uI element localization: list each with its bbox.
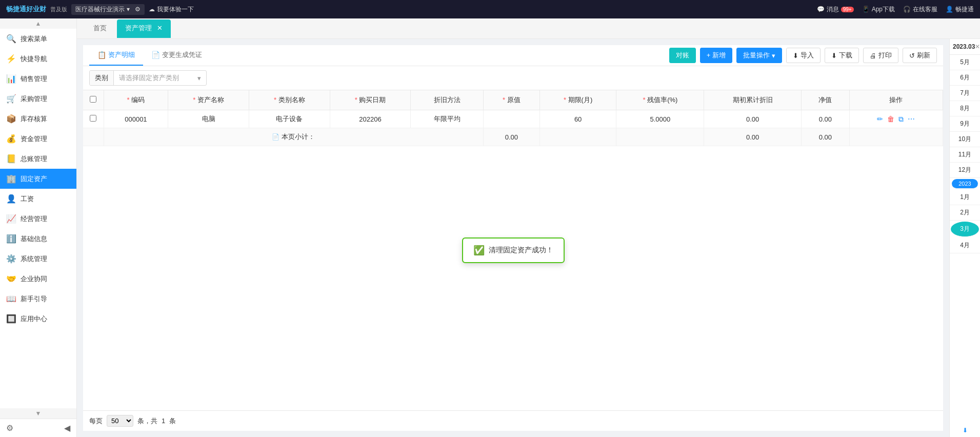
assets-table: * 编码 * 资产名称 * 类别名称 * 购买日期 折旧方法 * 原值 * 期限… [83,90,943,146]
cell-net-value: 0.00 [801,110,849,128]
print-btn[interactable]: 🖨 打印 [863,48,898,63]
month-3[interactable]: 3月 [951,222,979,237]
download-btn[interactable]: ⬇ 下载 [825,48,859,63]
avatar: 👤 [946,6,953,13]
month-1[interactable]: 1月 [950,190,980,205]
export-btn[interactable]: ⬇ 导入 [786,48,821,63]
sidebar-label-ledger: 总账管理 [21,154,47,164]
purchase-icon: 🛒 [6,94,16,104]
sidebar-label-basic-info: 基础信息 [21,234,47,244]
sidebar-scroll-up[interactable]: ▲ [0,18,76,29]
sidebar-item-system[interactable]: ⚙️ 系统管理 [0,249,76,269]
bottom-bar: 每页 50 100 200 条，共 1 条 [83,410,943,431]
sidebar-item-search[interactable]: 🔍 搜索菜单 [0,29,76,49]
month-9[interactable]: 9月 [950,116,980,132]
cell-period: 60 [539,110,616,128]
quick-nav-icon: ⚡ [6,54,16,64]
sidebar-label-operations: 经营管理 [21,214,47,224]
sidebar-item-payroll[interactable]: 👤 工资 [0,189,76,209]
category-filter[interactable]: 类别 请选择固定资产类别 ▾ [89,70,207,86]
cell-accumulated-depreciation: 0.00 [704,110,802,128]
success-toast: ✅ 清理固定资产成功！ [462,237,565,263]
col-original-value: * 原值 [483,90,539,110]
user-menu[interactable]: 👤 畅捷通 [946,5,974,14]
more-icon[interactable]: ⋯ [908,115,915,123]
month-11[interactable]: 11月 [950,147,980,163]
sidebar-item-app-center[interactable]: 🔲 应用中心 [0,309,76,329]
sidebar-item-funds[interactable]: 💰 资金管理 [0,129,76,149]
category-select[interactable]: 请选择固定资产类别 ▾ [114,71,206,85]
tab-asset-mgmt[interactable]: 资产管理 ✕ [117,19,171,38]
sidebar-item-purchase[interactable]: 🛒 采购管理 [0,89,76,109]
delete-icon[interactable]: 🗑 [887,115,894,123]
collapse-sidebar-icon[interactable]: ◀ [64,423,70,433]
basic-info-icon: ℹ️ [6,234,16,244]
sidebar-item-fixed-assets[interactable]: 🏢 固定资产 [0,169,76,189]
online-service-btn[interactable]: 🎧 在线客服 [903,5,937,14]
toolbar-top: 对账 + 新增 批量操作 ▾ ⬇ 导入 ⬇ [669,48,937,63]
cell-asset-name: 电脑 [168,110,249,128]
refresh-btn[interactable]: ↺ 刷新 [903,48,937,63]
select-all-checkbox[interactable] [90,96,96,103]
settings-icon[interactable]: ⚙ [135,6,141,13]
batch-btn[interactable]: 批量操作 ▾ [736,48,782,63]
user-name: 畅捷通 [955,5,974,14]
copy-icon[interactable]: ⧉ [898,115,904,124]
sidebar-scroll-down[interactable]: ▼ [0,408,76,419]
row-checkbox[interactable] [90,115,96,122]
sidebar-item-basic-info[interactable]: ℹ️ 基础信息 [0,229,76,249]
sidebar-item-enterprise[interactable]: 🤝 企业协同 [0,269,76,289]
sidebar-item-operations[interactable]: 📈 经营管理 [0,209,76,229]
col-asset-name: * 资产名称 [168,90,249,110]
experience-btn[interactable]: ☁ 我要体验一下 [149,5,194,14]
content-area: 首页 资产管理 ✕ 📋 资产明细 [77,18,980,437]
sidebar-item-ledger[interactable]: 📒 总账管理 [0,149,76,169]
col-accumulated-depreciation: 期初累计折旧 [704,90,802,110]
sub-tab-change-voucher[interactable]: 📄 变更生成凭证 [143,45,210,66]
toast-overlay: ✅ 清理固定资产成功！ [462,237,565,263]
right-panel-bottom: ⬇ [950,424,980,437]
message-icon: 💬 [817,6,825,13]
year-2023-label[interactable]: 2023 [952,179,978,189]
page-content: 📋 资产明细 📄 变更生成凭证 对账 + 新增 [77,39,980,437]
subtotal-original-value: 0.00 [483,128,539,146]
total-count: 1 [162,417,165,425]
table-container: * 编码 * 资产名称 * 类别名称 * 购买日期 折旧方法 * 原值 * 期限… [83,90,943,410]
message-badge: 99+ [841,7,854,12]
subtotal-row: 📄 本页小计： 0.00 0.00 0.00 [83,128,943,146]
subtotal-accumulated: 0.00 [704,128,802,146]
month-10[interactable]: 10月 [950,132,980,147]
month-6[interactable]: 6月 [950,70,980,86]
new-btn[interactable]: + 新增 [700,48,732,63]
account-btn[interactable]: 对账 [669,48,696,63]
month-7[interactable]: 7月 [950,86,980,101]
sales-icon: 📊 [6,74,16,84]
sidebar-item-quick-nav[interactable]: ⚡ 快捷导航 [0,49,76,69]
expand-btn[interactable]: ⬇ [963,427,968,434]
sidebar-label-payroll: 工资 [21,194,34,204]
page-size-select[interactable]: 50 100 200 [107,415,133,427]
company-selector[interactable]: 医疗器械行业演示 ▾ ⚙ [71,4,145,15]
select-all-col[interactable] [83,90,104,110]
sidebar-item-guide[interactable]: 📖 新手引导 [0,289,76,309]
close-panel-icon[interactable]: ✕ [975,43,980,50]
month-5[interactable]: 5月 [950,55,980,70]
month-8[interactable]: 8月 [950,101,980,116]
month-12[interactable]: 12月 [950,163,980,178]
month-2[interactable]: 2月 [950,205,980,221]
tab-close-icon[interactable]: ✕ [157,24,163,32]
sub-tab-asset-detail[interactable]: 📋 资产明细 [89,45,143,66]
right-panel-header: 2023.03 ✕ ⤢ [950,39,980,55]
cell-purchase-date: 202206 [330,110,411,128]
sidebar-item-sales[interactable]: 📊 销售管理 [0,69,76,89]
edit-icon[interactable]: ✏ [877,115,883,123]
app-download-btn[interactable]: 📱 App下载 [862,5,895,14]
tab-home[interactable]: 首页 [85,19,115,38]
message-btn[interactable]: 💬 消息 99+ [817,5,854,14]
row-checkbox-cell[interactable] [83,110,104,128]
sidebar-label-quick-nav: 快捷导航 [21,54,47,64]
sidebar-label-app-center: 应用中心 [21,314,47,324]
sidebar-item-inventory[interactable]: 📦 库存核算 [0,109,76,129]
month-4[interactable]: 4月 [950,238,980,253]
settings-bottom-icon[interactable]: ⚙ [6,423,13,433]
